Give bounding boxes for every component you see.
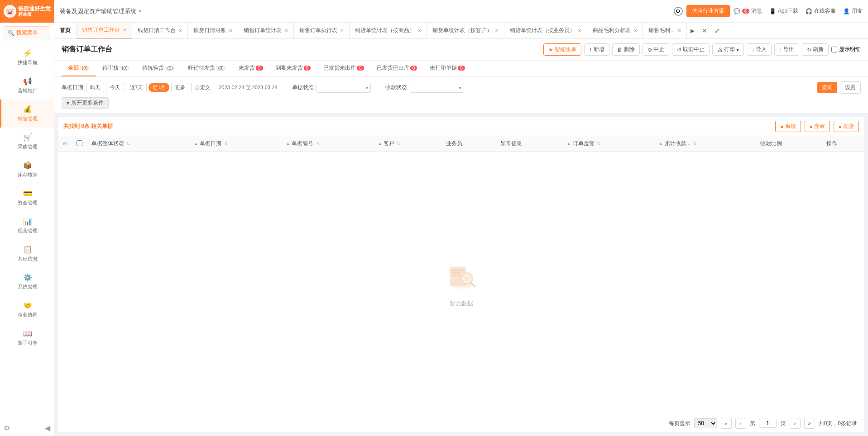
tab-close-sales-exec[interactable]: ✕ (340, 28, 344, 33)
sort-collected-icon[interactable]: ⇅ (693, 141, 697, 146)
search-menu-button[interactable]: 🔍 搜索菜单 (4, 26, 50, 39)
query-button[interactable]: 查询 (817, 82, 837, 93)
show-detail-checkbox[interactable] (831, 47, 837, 52)
tab-close-sales-stats[interactable]: ✕ (284, 28, 288, 33)
sub-tab-shipped-out[interactable]: 已发货已出库0 (370, 61, 424, 76)
header-gear-icon[interactable]: ⚙ (674, 7, 683, 16)
online-service-button[interactable]: 🎧 在线客服 (806, 7, 836, 15)
system-dropdown-arrow[interactable]: ▾ (139, 9, 141, 14)
sub-tab-not-printed[interactable]: 未打印单据0 (423, 61, 471, 76)
sidebar-item-operations[interactable]: 📊 经营管理 (0, 212, 54, 240)
sort-customer-icon[interactable]: ⇅ (397, 141, 400, 146)
sidebar-item-inventory[interactable]: 📦 库存核算 (0, 156, 54, 184)
tab-close-stats-product[interactable]: ✕ (417, 28, 421, 33)
tab-close-sales-more[interactable]: ✕ (677, 28, 681, 33)
sidebar-item-system[interactable]: ⚙️ 系统管理 (0, 268, 54, 296)
sort-collected-asc-icon[interactable]: ▲ (658, 141, 663, 146)
sort-number-icon[interactable]: ⇅ (316, 141, 320, 146)
next-page-button[interactable]: › (790, 418, 801, 429)
date-btn-more[interactable]: 更多 (171, 83, 189, 92)
review-button[interactable]: ● 审核 (775, 121, 801, 132)
sub-tab-not-shipped[interactable]: 未发货0 (232, 61, 269, 76)
tab-sales-stats-product[interactable]: 销货单统计表（按商品） ✕ (350, 23, 427, 39)
date-btn-today[interactable]: 今天 (106, 83, 124, 92)
collapse-icon[interactable]: ◀ (45, 424, 50, 432)
sidebar-item-purchase[interactable]: 🛒 采购管理 (0, 128, 54, 156)
date-btn-custom[interactable]: 自定义 (191, 83, 214, 92)
sidebar-item-quick-nav[interactable]: ⚡ 快捷导航 (0, 43, 54, 71)
tab-close-all-button[interactable]: ✕ (698, 23, 711, 39)
tab-sales-more[interactable]: 销售毛利... ✕ (643, 23, 687, 39)
sub-tab-shipped-not-in[interactable]: 已发货未出库0 (317, 61, 370, 76)
tab-close-cash-reconcile[interactable]: ✕ (229, 28, 232, 33)
sub-tab-overdue-not-shipped[interactable]: 到期未发货0 (269, 61, 317, 76)
sort-number-asc-icon[interactable]: ▲ (286, 141, 290, 146)
enterprise-icon: 🤝 (23, 301, 32, 310)
sort-status-icon[interactable]: ⇅ (126, 141, 130, 146)
date-btn-1month[interactable]: 近1月 (149, 83, 169, 92)
page-number-input[interactable] (759, 419, 777, 428)
ship-button[interactable]: ● 发货 (834, 121, 859, 132)
tab-cash-reconcile[interactable]: 钱货日清对账 ✕ (188, 23, 238, 39)
message-button[interactable]: 💬 6 消息 (734, 7, 762, 15)
user-button[interactable]: 👤 用友 (843, 7, 863, 15)
tab-close-cash-daily[interactable]: ✕ (178, 28, 182, 33)
sidebar-item-marketing[interactable]: 📢 营销推广 (0, 71, 54, 100)
sort-date-icon[interactable]: ⇅ (224, 141, 228, 146)
last-page-button[interactable]: » (804, 418, 815, 429)
tab-sales-workbench[interactable]: 销售订单工作台 ✕ (77, 23, 132, 39)
tab-close-product-margin[interactable]: ✕ (633, 28, 637, 33)
sub-tab-wangpu[interactable]: 旺铺待发货(0) (182, 61, 232, 76)
print-button[interactable]: 🖨 打印 ▾ (712, 43, 744, 56)
settings-button[interactable]: 设置 (840, 81, 861, 94)
page-size-select[interactable]: 50 10 20 100 (694, 418, 717, 428)
select-all-checkbox[interactable] (77, 140, 82, 146)
delete-button[interactable]: 🗑 删除 (612, 43, 640, 56)
sort-customer-asc-icon[interactable]: ▲ (378, 141, 382, 146)
expand-more-button[interactable]: ▾ 展开更多条件 (62, 97, 109, 109)
tab-close-stats-staff[interactable]: ✕ (578, 28, 581, 33)
date-btn-7days[interactable]: 近7天 (126, 83, 147, 92)
add-button[interactable]: + 新增 (584, 43, 609, 56)
sidebar-item-base-info[interactable]: 📋 基础信息 (0, 240, 54, 268)
tab-sales-exec[interactable]: 销售订单执行表 ✕ (294, 23, 350, 39)
sub-tab-pending-inspection[interactable]: 待拣验货(0) (136, 61, 181, 76)
stop-button[interactable]: ⊘ 中止 (643, 43, 669, 56)
payment-select[interactable] (410, 83, 464, 93)
sub-tab-all[interactable]: 全部(0) (62, 61, 96, 76)
industry-solution-button[interactable]: 体验行业方案 (686, 5, 730, 17)
sidebar-item-enterprise[interactable]: 🤝 企业协同 (0, 296, 54, 324)
smart-gen-button[interactable]: ★ 智能生单 (543, 43, 581, 56)
tab-product-margin[interactable]: 商品毛利分析表 ✕ (587, 23, 643, 39)
tab-close-sales-workbench[interactable]: ✕ (123, 28, 126, 33)
tab-more-button[interactable]: ▶ (687, 23, 698, 39)
cancel-stop-button[interactable]: ↺ 取消中止 (672, 43, 710, 56)
sidebar-item-finance[interactable]: 💳 资金管理 (0, 184, 54, 212)
tab-sales-stats-customer[interactable]: 销货单统计表（按客户） ✕ (427, 23, 504, 39)
export-button[interactable]: ↑ 导出 (774, 43, 799, 56)
tab-expand-button[interactable]: ⤢ (711, 23, 724, 39)
tab-cash-daily[interactable]: 钱货日清工作台 ✕ (132, 23, 188, 39)
sort-amount-asc-icon[interactable]: ▲ (566, 141, 571, 146)
abandon-review-button[interactable]: ● 弃审 (805, 121, 830, 132)
prev-page-button[interactable]: ‹ (735, 418, 746, 429)
sort-date-asc-icon[interactable]: ▲ (194, 141, 198, 146)
tab-sales-stats-staff[interactable]: 销货单统计表（按业务员） ✕ (504, 23, 587, 39)
sub-tab-pending-review[interactable]: 待审核(0) (96, 61, 136, 76)
refresh-button[interactable]: ↻ 刷新 (802, 43, 829, 56)
show-detail-checkbox-label[interactable]: 显示明细 (831, 46, 861, 53)
sidebar-item-sales[interactable]: 💰 销售管理 (0, 100, 54, 128)
status-select[interactable] (317, 83, 371, 93)
first-page-button[interactable]: « (721, 418, 732, 429)
tab-home[interactable]: 首页 (54, 23, 77, 39)
date-btn-yesterday[interactable]: 昨天 (86, 83, 104, 92)
sort-amount-icon[interactable]: ⇅ (597, 141, 600, 146)
import-button[interactable]: ↓ 导入 (747, 43, 772, 56)
column-settings-icon[interactable]: ⚙ (62, 141, 67, 147)
tab-close-stats-customer[interactable]: ✕ (495, 28, 499, 33)
tab-sales-stats[interactable]: 销售订单统计表 ✕ (238, 23, 294, 39)
app-download-button[interactable]: 📱 App下载 (769, 7, 798, 15)
settings-icon[interactable]: ⚙ (4, 424, 10, 432)
date-filter: 单据日期 昨天 今天 近7天 近1月 更多 自定义 2023-02-24 至 2… (62, 83, 278, 92)
sidebar-item-guide[interactable]: 📖 新手引导 (0, 324, 54, 352)
